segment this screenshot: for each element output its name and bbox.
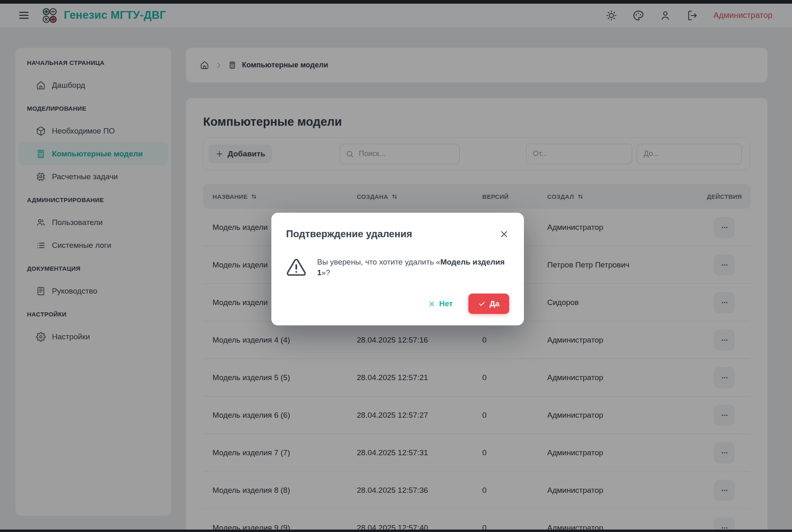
confirm-button[interactable]: Да: [468, 294, 509, 314]
modal-header: Подтверждение удаления: [286, 228, 509, 240]
cancel-button[interactable]: Нет: [425, 299, 455, 309]
x-icon: [428, 300, 436, 308]
cancel-button-label: Нет: [439, 299, 453, 308]
app-window: Генезис МГТУ-ДВГ Администратор НАЧАЛЬНАЯ…: [0, 0, 792, 532]
confirm-button-label: Да: [490, 299, 499, 308]
modal-message: Вы уверены, что хотите удалить «Модель и…: [317, 257, 509, 278]
modal-message-prefix: Вы уверены, что хотите удалить «: [317, 258, 440, 266]
modal-message-suffix: »?: [322, 268, 330, 277]
check-icon: [478, 300, 485, 307]
modal-body: Вы уверены, что хотите удалить «Модель и…: [286, 257, 509, 278]
warning-triangle-icon: [286, 257, 307, 278]
modal-title: Подтверждение удаления: [286, 228, 412, 240]
modal-actions: Нет Да: [286, 294, 509, 314]
close-icon[interactable]: [499, 229, 509, 239]
delete-confirmation-modal: Подтверждение удаления Вы уверены, что х…: [271, 213, 524, 325]
